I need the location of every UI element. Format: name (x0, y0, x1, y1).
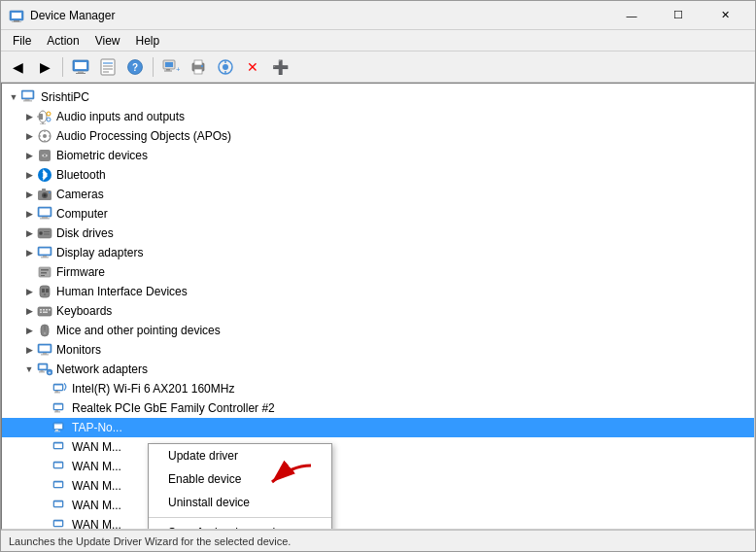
window-title: Device Manager (30, 9, 609, 22)
root-expander[interactable]: ▼ (6, 89, 21, 105)
svg-rect-3 (12, 21, 21, 22)
properties-btn[interactable] (95, 54, 120, 80)
context-scan-hardware[interactable]: Scan for hardware changes (149, 521, 331, 530)
tree-item-realtek[interactable]: Realtek PCIe GbE Family Controller #2 (2, 398, 754, 418)
tree-item-wan5[interactable]: WAN M... (2, 515, 754, 530)
computer-icon (21, 89, 37, 105)
tree-item-computer[interactable]: ▶ Computer (2, 204, 754, 224)
svg-rect-74 (40, 309, 42, 311)
svg-rect-86 (41, 355, 49, 356)
tree-item-audio-io[interactable]: ▶ Audio inputs and outputs (2, 107, 754, 126)
tree-item-wan4[interactable]: WAN M... (2, 496, 754, 515)
svg-rect-30 (25, 99, 30, 101)
wan4-icon (52, 498, 68, 513)
svg-rect-103 (55, 430, 58, 431)
svg-rect-70 (42, 289, 45, 293)
network-expander[interactable]: ▼ (21, 362, 37, 377)
back-button[interactable]: ◀ (5, 54, 30, 80)
firmware-icon (37, 264, 52, 280)
svg-point-36 (47, 112, 51, 116)
disk-expander[interactable]: ▶ (21, 225, 37, 241)
tree-item-tap[interactable]: TAP-No... (2, 418, 754, 437)
cameras-icon (37, 187, 52, 202)
tree-item-network[interactable]: ▼ + Network adapters (2, 360, 754, 379)
computer-expander[interactable]: ▶ (21, 206, 37, 222)
print-btn[interactable] (186, 54, 211, 80)
help-btn[interactable]: ? (122, 54, 148, 80)
svg-rect-54 (42, 217, 48, 219)
svg-rect-31 (23, 101, 32, 102)
forward-button[interactable]: ▶ (32, 54, 57, 80)
hid-label: Human Interface Devices (56, 285, 188, 298)
tree-root[interactable]: ▼ SrishtiPC (2, 87, 754, 107)
cameras-expander[interactable]: ▶ (21, 187, 37, 202)
menu-help[interactable]: Help (128, 32, 168, 50)
tree-item-wan1[interactable]: WAN M... (2, 437, 754, 457)
svg-point-39 (43, 134, 47, 138)
mice-expander[interactable]: ▶ (21, 323, 37, 338)
app-icon (9, 8, 24, 23)
svg-rect-18 (164, 70, 172, 71)
svg-rect-8 (101, 59, 115, 75)
context-update-driver[interactable]: Update driver (149, 444, 331, 467)
bluetooth-expander[interactable]: ▶ (21, 167, 37, 183)
hid-icon (37, 284, 52, 299)
tree-item-wan2[interactable]: WAN M... (2, 457, 754, 476)
intel-wifi-icon (52, 381, 68, 397)
tree-item-intel-wifi[interactable]: Intel(R) Wi-Fi 6 AX201 160MHz (2, 379, 754, 398)
menu-action[interactable]: Action (39, 32, 86, 50)
scan-hardware-btn[interactable]: + (158, 54, 184, 80)
context-uninstall-device[interactable]: Uninstall device (149, 491, 331, 514)
hid-expander[interactable]: ▶ (21, 284, 37, 299)
close-button[interactable]: ✕ (703, 1, 747, 30)
svg-rect-104 (54, 431, 60, 432)
tree-item-cameras[interactable]: ▶ Cameras (2, 185, 754, 204)
computer-item-icon (37, 206, 52, 222)
monitors-expander[interactable]: ▶ (21, 342, 37, 358)
svg-point-45 (44, 155, 47, 157)
svg-rect-6 (78, 71, 84, 73)
context-enable-device[interactable]: Enable device (149, 467, 331, 491)
audio-io-icon (37, 109, 52, 124)
menu-bar: File Action View Help (1, 30, 755, 52)
tree-item-mice[interactable]: ▶ Mice and other pointing devices (2, 321, 754, 340)
svg-point-37 (47, 118, 51, 121)
svg-point-25 (223, 64, 228, 70)
svg-rect-64 (41, 258, 49, 259)
uninstall-btn[interactable]: ✕ (240, 54, 265, 80)
tree-item-wan3[interactable]: WAN M... (2, 476, 754, 496)
menu-view[interactable]: View (87, 32, 128, 50)
status-text: Launches the Update Driver Wizard for th… (9, 535, 291, 547)
tap-label: TAP-No... (72, 421, 122, 434)
tree-item-disk[interactable]: ▶ Disk drives (2, 224, 754, 243)
add-hardware-btn[interactable]: ➕ (267, 54, 292, 80)
tree-item-hid[interactable]: ▶ Human Interface Devices (2, 282, 754, 301)
svg-rect-96 (54, 393, 60, 394)
tree-item-apo[interactable]: ▶ Audio Processing Objects (APOs) (2, 126, 754, 146)
svg-rect-67 (41, 272, 47, 274)
biometric-expander[interactable]: ▶ (21, 148, 37, 163)
tree-item-biometric[interactable]: ▶ Biometric devices (2, 146, 754, 165)
tree-item-monitors[interactable]: ▶ Monitors (2, 340, 754, 360)
tree-item-firmware[interactable]: ▶ Firmware (2, 262, 754, 282)
computer-icon-btn[interactable] (68, 54, 93, 80)
minimize-button[interactable]: — (609, 1, 654, 30)
tree-item-display[interactable]: ▶ Display adapters (2, 243, 754, 262)
svg-rect-71 (46, 289, 49, 293)
tree-item-keyboards[interactable]: ▶ Keyboards (2, 301, 754, 321)
maximize-button[interactable]: ☐ (656, 1, 701, 30)
svg-rect-2 (14, 20, 19, 22)
tree-item-bluetooth[interactable]: ▶ Bluetooth (2, 165, 754, 185)
menu-file[interactable]: File (5, 32, 39, 50)
status-bar: Launches the Update Driver Wizard for th… (1, 530, 755, 551)
apo-expander[interactable]: ▶ (21, 128, 37, 144)
update-driver-btn[interactable] (213, 54, 238, 80)
audio-io-label: Audio inputs and outputs (56, 110, 185, 123)
device-tree[interactable]: ▼ SrishtiPC ▶ (1, 83, 755, 530)
display-expander[interactable]: ▶ (21, 245, 37, 260)
bluetooth-icon (37, 167, 52, 183)
svg-rect-114 (54, 522, 62, 527)
svg-rect-77 (40, 312, 42, 314)
audio-io-expander[interactable]: ▶ (21, 109, 37, 124)
keyboards-expander[interactable]: ▶ (21, 303, 37, 319)
